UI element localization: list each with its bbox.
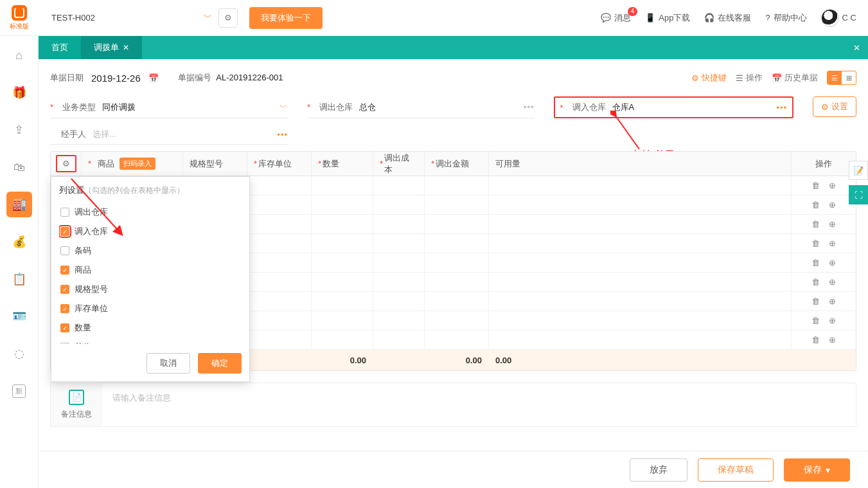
nav-messages[interactable]: 💬 消息 4 <box>601 12 631 24</box>
delete-icon[interactable]: 🗑 <box>811 316 820 325</box>
save-button[interactable]: 保存▾ <box>784 458 850 482</box>
col-avail: 可用量 <box>489 152 792 176</box>
delete-icon[interactable]: 🗑 <box>811 258 820 267</box>
nav-app-label: App下载 <box>659 12 690 24</box>
nav-app-download[interactable]: 📱 App下载 <box>645 12 690 24</box>
save-draft-button[interactable]: 保存草稿 <box>698 458 774 482</box>
note-icon: 📄 <box>69 390 84 405</box>
field-out-warehouse[interactable]: * 调出仓库 总仓 ••• <box>307 96 535 118</box>
list-view-icon: ☰ <box>828 71 842 84</box>
more-icon: ••• <box>524 102 535 112</box>
popover-item[interactable]: ✓调入仓库 <box>59 222 238 241</box>
popover-item[interactable]: ✓数量 <box>59 318 238 338</box>
nav-help-center[interactable]: ? 帮助中心 <box>765 12 806 24</box>
left-sidebar: ⌂ 🎁 ⇪ 🛍 🏭 💰 📋 🪪 ◌ 新 <box>0 36 39 488</box>
nav-user[interactable]: C C <box>821 9 856 27</box>
trial-button[interactable]: 我要体验一下 <box>249 7 323 29</box>
ok-button[interactable]: 确定 <box>198 353 242 374</box>
scan-input-badge[interactable]: 扫码录入 <box>120 158 155 170</box>
sidebar-upload-icon[interactable]: ⇪ <box>6 117 32 143</box>
content: 单据日期 2019-12-26 📅 单据编号 AL-20191226-001 ⚙… <box>39 59 868 488</box>
popover-list[interactable]: 调出仓库✓调入仓库条码✓商品✓规格型号✓库存单位✓数量单位2 <box>59 203 242 344</box>
delete-icon[interactable]: 🗑 <box>811 181 820 190</box>
cancel-button[interactable]: 取消 <box>146 353 190 374</box>
doc-no: AL-20191226-001 <box>216 73 283 82</box>
popover-item-label: 条码 <box>75 245 91 257</box>
copy-icon[interactable]: ⊕ <box>829 277 836 287</box>
view-toggle[interactable]: ☰⊞ <box>827 71 856 85</box>
org-name: TEST-H002 <box>51 13 95 23</box>
copy-icon[interactable]: ⊕ <box>829 200 836 210</box>
tabs-close-all[interactable]: ✕ <box>845 36 868 59</box>
note-rail-button[interactable]: 📝 <box>849 161 868 180</box>
copy-icon[interactable]: ⊕ <box>829 316 836 325</box>
copy-icon[interactable]: ⊕ <box>829 335 836 345</box>
doc-no-label: 单据编号 <box>178 73 211 82</box>
phone-icon: 📱 <box>645 13 655 23</box>
delete-icon[interactable]: 🗑 <box>811 277 820 287</box>
close-icon[interactable]: ✕ <box>123 43 129 52</box>
sidebar-money-icon[interactable]: 💰 <box>6 229 32 255</box>
column-settings-button[interactable]: ⚙ <box>51 152 82 176</box>
discard-button[interactable]: 放弃 <box>630 458 687 482</box>
calendar-icon[interactable]: 📅 <box>148 73 159 83</box>
delete-icon[interactable]: 🗑 <box>811 239 820 248</box>
field-biz-type[interactable]: * 业务类型 同价调拨 ﹀ <box>50 96 288 118</box>
sidebar-bag-icon[interactable]: 🛍 <box>6 154 32 180</box>
col-ops: 操作 <box>792 152 856 176</box>
popover-item[interactable]: ✓规格型号 <box>59 280 238 299</box>
sidebar-home-icon[interactable]: ⌂ <box>6 42 32 68</box>
footer-amt: 0.00 <box>425 350 489 370</box>
ops-button[interactable]: ☰操作 <box>736 72 763 84</box>
checkbox-icon <box>60 208 69 217</box>
delete-icon[interactable]: 🗑 <box>811 219 820 229</box>
popover-item[interactable]: 单位2 <box>59 338 238 344</box>
avatar <box>821 9 839 27</box>
app-logo: 标准版 <box>0 5 39 31</box>
calendar-icon: 📅 <box>772 73 782 83</box>
gear-icon: ⚙ <box>821 102 829 112</box>
sidebar-clipboard-icon[interactable]: 📋 <box>6 266 32 292</box>
popover-item[interactable]: 条码 <box>59 241 238 260</box>
org-selector[interactable]: TEST-H002 ﹀ <box>51 8 212 28</box>
field-handler[interactable]: 经手人 选择... ••• <box>50 125 288 145</box>
tab-bar: 首页 调拨单 ✕ ✕ <box>39 36 868 59</box>
top-right-nav: 💬 消息 4 📱 App下载 🎧 在线客服 ? 帮助中心 C C <box>601 9 856 27</box>
grid-view-icon: ⊞ <box>842 71 856 84</box>
field-in-warehouse[interactable]: * 调入仓库 仓库A ••• <box>554 96 794 118</box>
settings-button[interactable]: ⚙设置 <box>813 96 856 117</box>
copy-icon[interactable]: ⊕ <box>829 219 836 229</box>
sidebar-gift-icon[interactable]: 🎁 <box>6 80 32 105</box>
org-settings-button[interactable]: ⚙ <box>218 8 238 28</box>
history-button[interactable]: 📅历史单据 <box>772 72 818 84</box>
sidebar-card-icon[interactable]: 🪪 <box>6 303 32 329</box>
right-rail: 📝 ⛶ <box>849 161 868 204</box>
copy-icon[interactable]: ⊕ <box>829 296 836 306</box>
sidebar-warehouse-icon[interactable]: 🏭 <box>6 192 32 217</box>
popover-item[interactable]: ✓商品 <box>59 260 238 280</box>
popover-item[interactable]: 调出仓库 <box>59 203 238 222</box>
expand-rail-button[interactable]: ⛶ <box>849 185 868 204</box>
delete-icon[interactable]: 🗑 <box>811 296 820 306</box>
doc-date-label: 单据日期 <box>50 72 84 84</box>
table-header: ⚙ *商品扫码录入 规格型号 *库存单位 *数量 *调出成本 *调出金额 可用量… <box>51 152 856 176</box>
col-spec: 规格型号 <box>183 152 247 176</box>
nav-customer-service[interactable]: 🎧 在线客服 <box>704 12 751 24</box>
sidebar-loading-icon[interactable]: ◌ <box>6 341 32 366</box>
tab-transfer-order[interactable]: 调拨单 ✕ <box>81 36 142 59</box>
gear-icon: ⚙ <box>224 13 232 23</box>
sidebar-new-icon[interactable]: 新 <box>6 378 32 404</box>
delete-icon[interactable]: 🗑 <box>811 335 820 345</box>
copy-icon[interactable]: ⊕ <box>829 181 836 190</box>
tab-home[interactable]: 首页 <box>39 36 81 59</box>
copy-icon[interactable]: ⊕ <box>829 239 836 248</box>
remark-input[interactable]: 请输入备注信息 <box>102 383 856 426</box>
shortcut-button[interactable]: ⚙快捷键 <box>691 72 727 84</box>
popover-item[interactable]: ✓库存单位 <box>59 299 238 318</box>
copy-icon[interactable]: ⊕ <box>829 258 836 267</box>
col-unit: *库存单位 <box>247 152 312 176</box>
messages-badge: 4 <box>628 7 638 16</box>
doc-date[interactable]: 2019-12-26 <box>91 73 141 84</box>
list-icon: ☰ <box>736 73 743 83</box>
delete-icon[interactable]: 🗑 <box>811 200 820 210</box>
